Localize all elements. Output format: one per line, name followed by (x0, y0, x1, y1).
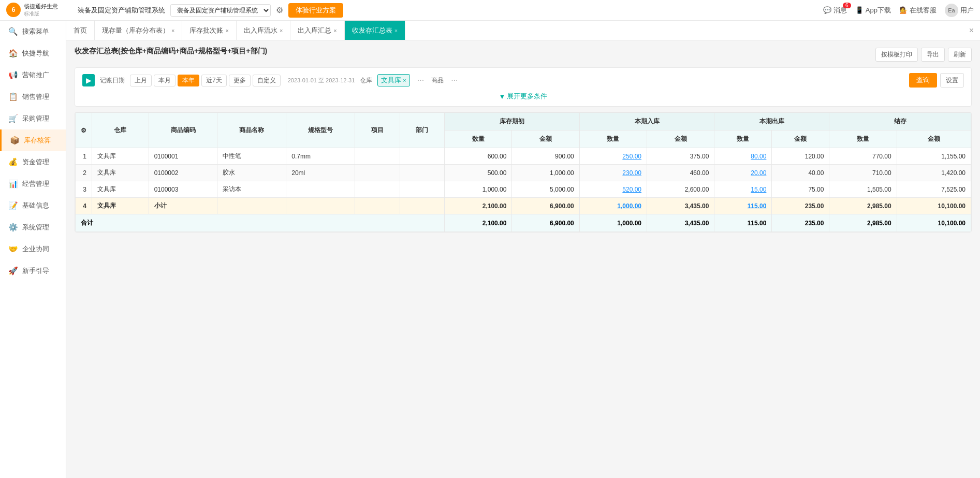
goods-dots[interactable]: ··· (449, 76, 460, 85)
tab-close-receipt[interactable]: × (394, 27, 398, 34)
query-button[interactable]: 查询 (909, 73, 937, 88)
date-btn-this-year[interactable]: 本年 (178, 75, 199, 86)
cell-bal-qty: 1,505.00 (829, 181, 897, 198)
th-opening: 库存期初 (445, 113, 580, 131)
cell-project (355, 165, 400, 181)
logo-area: 6 畅捷通好生意 标准版 (6, 3, 72, 17)
cell-out-qty[interactable]: 80.00 (714, 148, 772, 165)
warehouse-dots[interactable]: ··· (415, 76, 426, 85)
cell-spec: 20ml (286, 165, 355, 181)
cell-in-qty[interactable]: 1,000.00 (579, 198, 647, 214)
message-badge: 6 (843, 3, 851, 8)
tab-batch[interactable]: 库存批次账 × (182, 21, 236, 40)
trial-button[interactable]: 体验行业方案 (288, 3, 343, 18)
tab-inout[interactable]: 出入库流水 × (237, 21, 290, 40)
cell-opening-qty: 500.00 (445, 165, 512, 181)
cell-warehouse: 文具库 (92, 181, 149, 198)
sidebar-item-operations[interactable]: 📊 经营管理 (0, 173, 66, 195)
cell-project (355, 181, 400, 198)
sidebar-label-purchase: 采购管理 (22, 114, 49, 123)
refresh-button[interactable]: 刷新 (948, 48, 972, 62)
top-header: 6 畅捷通好生意 标准版 装备及固定资产辅助管理系统 装备及固定资产辅助管理系统… (0, 0, 980, 21)
system-icon: ⚙️ (8, 223, 18, 232)
inventory-icon: 📦 (10, 136, 20, 145)
sales-icon: 📋 (8, 92, 18, 102)
online-service-button[interactable]: 💁 在线客服 (899, 6, 937, 15)
sidebar-item-marketing[interactable]: 📢 营销推广 (0, 64, 66, 86)
message-button[interactable]: 💬 消息 6 (823, 6, 847, 15)
cell-in-amt: 3,435.00 (647, 198, 714, 214)
date-btn-custom[interactable]: 自定义 (253, 75, 281, 86)
cell-out-amt: 235.00 (772, 198, 829, 214)
cell-no: 1 (76, 148, 92, 165)
search-icon: 🔍 (8, 27, 18, 36)
cell-out-qty[interactable]: 15.00 (714, 181, 772, 198)
tab-close-all-button[interactable]: × (963, 26, 980, 35)
date-label: 记账日期 (100, 76, 125, 85)
cell-bal-amt: 1,155.00 (897, 148, 971, 165)
tab-summary[interactable]: 出入库汇总 × (290, 21, 344, 40)
sidebar-label-collab: 企业协同 (22, 244, 49, 254)
date-btn-7days[interactable]: 近7天 (201, 75, 227, 86)
tab-close-stock[interactable]: × (171, 27, 174, 34)
th-warehouse: 仓库 (92, 113, 149, 148)
app-download-button[interactable]: 📱 App下载 (855, 6, 891, 15)
sidebar-label-operations: 经营管理 (22, 179, 49, 189)
toggle-expand-button[interactable]: ▶ (82, 74, 95, 86)
sidebar-item-collab[interactable]: 🤝 企业协同 (0, 238, 66, 260)
sidebar-label-quicknav: 快捷导航 (22, 49, 49, 58)
tab-home[interactable]: 首页 (66, 21, 95, 40)
finance-icon: 💰 (8, 157, 18, 167)
date-btn-more[interactable]: 更多 (229, 75, 251, 86)
expand-conditions-button[interactable]: ▼ 展开更多条件 (499, 92, 548, 101)
sidebar-label-sales: 销售管理 (22, 92, 49, 102)
cell-out-qty[interactable]: 115.00 (714, 198, 772, 214)
gear-button[interactable]: ⚙ (276, 5, 283, 15)
settings-button[interactable]: 设置 (940, 73, 964, 88)
th-code: 商品编码 (149, 113, 217, 148)
user-button[interactable]: Ea 用户 (945, 4, 974, 17)
footer-opening-qty: 2,100.00 (445, 214, 512, 232)
sidebar-item-system[interactable]: ⚙️ 系统管理 (0, 216, 66, 238)
logo-badge: 标准版 (24, 10, 58, 18)
system-select[interactable]: 装备及固定资产辅助管理系统 (170, 4, 271, 17)
filter-bar: ▶ 记账日期 上月 本月 本年 近7天 更多 自定义 2023-01-01 至 … (75, 67, 972, 107)
sidebar-item-purchase[interactable]: 🛒 采购管理 (0, 108, 66, 129)
sidebar-item-finance[interactable]: 💰 资金管理 (0, 151, 66, 173)
cell-in-qty[interactable]: 230.00 (579, 165, 647, 181)
sidebar-item-search[interactable]: 🔍 搜索菜单 (0, 21, 66, 42)
date-btn-last-month[interactable]: 上月 (130, 75, 152, 86)
tab-stock[interactable]: 现存量（库存分布表） × (95, 21, 182, 40)
export-button[interactable]: 导出 (921, 48, 945, 62)
warehouse-tag-remove[interactable]: × (403, 77, 406, 83)
print-button[interactable]: 按模板打印 (875, 48, 918, 62)
tab-close-summary[interactable]: × (333, 27, 337, 34)
tab-close-inout[interactable]: × (280, 27, 283, 34)
cell-code: 0100003 (149, 181, 217, 198)
cell-code: 0100002 (149, 165, 217, 181)
th-name: 商品名称 (217, 113, 286, 148)
sidebar-item-sales[interactable]: 📋 销售管理 (0, 86, 66, 108)
footer-bal-amt: 10,100.00 (897, 214, 971, 232)
sidebar-label-newbie: 新手引导 (22, 266, 49, 276)
cell-opening-amt: 1,000.00 (512, 165, 579, 181)
footer-opening-amt: 6,900.00 (512, 214, 579, 232)
table-row: 3文具库0100003采访本1,000.005,000.00520.002,60… (76, 181, 971, 198)
sidebar-item-base[interactable]: 📝 基础信息 (0, 195, 66, 216)
cell-out-qty[interactable]: 20.00 (714, 165, 772, 181)
tab-close-batch[interactable]: × (225, 27, 228, 34)
cell-in-qty[interactable]: 520.00 (579, 181, 647, 198)
sidebar-item-newbie[interactable]: 🚀 新手引导 (0, 260, 66, 282)
tab-receipt[interactable]: 收发存汇总表 × (345, 21, 405, 40)
cell-opening-qty: 600.00 (445, 148, 512, 165)
message-icon: 💬 (823, 6, 831, 14)
tab-bar: 首页 现存量（库存分布表） × 库存批次账 × 出入库流水 × 出入库汇总 × … (66, 21, 980, 40)
sidebar-item-quicknav[interactable]: 🏠 快捷导航 (0, 42, 66, 64)
sidebar-item-inventory[interactable]: 📦 库存核算 (0, 129, 66, 151)
cell-in-qty[interactable]: 250.00 (579, 148, 647, 165)
cell-code: 0100001 (149, 148, 217, 165)
date-btn-this-month[interactable]: 本月 (154, 75, 175, 86)
cell-spec (286, 198, 355, 214)
cell-in-amt: 2,600.00 (647, 181, 714, 198)
sidebar-label-finance: 资金管理 (22, 157, 49, 167)
